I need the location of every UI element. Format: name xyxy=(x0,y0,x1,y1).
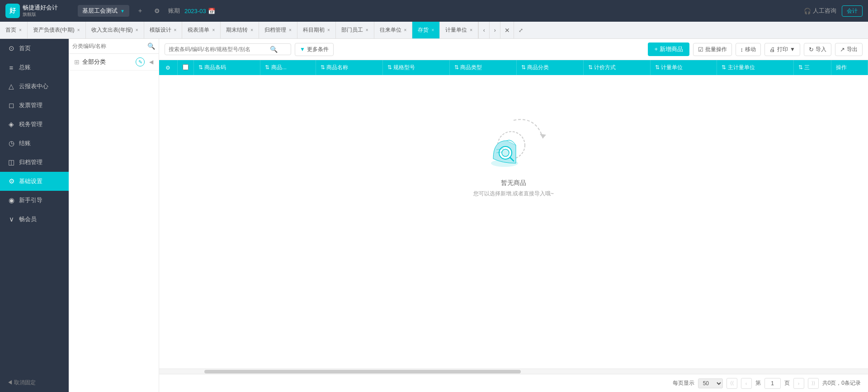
archive-icon: ◫ xyxy=(7,158,15,166)
tab-archive-close[interactable]: × xyxy=(289,28,292,33)
tab-period-close[interactable]: × xyxy=(250,28,253,33)
settings-icon[interactable]: ⚙ xyxy=(151,5,164,17)
sidebar-item-archive[interactable]: ◫ 归档管理 xyxy=(0,153,69,172)
total-records-label: 共0页，0条记录 xyxy=(822,379,861,387)
tab-prev-button[interactable]: ‹ xyxy=(478,22,489,39)
horizontal-scrollbar[interactable] xyxy=(159,368,868,374)
import-label: 导入 xyxy=(816,46,826,53)
tab-tax-close[interactable]: × xyxy=(212,28,215,33)
th-extra-label: ⇅ 三 xyxy=(798,64,810,71)
add-tab-button[interactable]: ＋ xyxy=(134,5,146,17)
sidebar-item-cloud-report[interactable]: △ 云报表中心 xyxy=(0,77,69,96)
tab-next-button[interactable]: › xyxy=(489,22,500,39)
sidebar-item-basic-settings[interactable]: ⚙ 基础设置 xyxy=(0,172,69,191)
tab-counterpart-close[interactable]: × xyxy=(404,28,407,33)
th-code: ⇅ 商品... xyxy=(260,60,316,75)
print-icon: 🖨 xyxy=(769,46,775,53)
tab-template-close[interactable]: × xyxy=(174,28,177,33)
tab-close-all-button[interactable]: ✕ xyxy=(500,22,514,39)
tab-inventory-close[interactable]: × xyxy=(431,28,434,33)
page-number-input[interactable] xyxy=(764,378,781,389)
filter-icon: ▼ xyxy=(300,46,305,52)
th-unit-label: ⇅ 计量单位 xyxy=(655,64,683,71)
sidebar-item-member-label: 畅会员 xyxy=(19,215,37,223)
tab-home[interactable]: 首页 × xyxy=(0,22,28,39)
company-selector[interactable]: 基层工会测试 ▼ xyxy=(78,5,129,17)
category-search-area: 🔍 xyxy=(69,39,159,54)
tab-template[interactable]: 模版设计 × xyxy=(144,22,183,39)
collapse-panel-icon[interactable]: ◀ xyxy=(149,59,153,65)
th-category: ⇅ 商品分类 xyxy=(516,60,583,75)
user-badge[interactable]: 会计 xyxy=(842,5,863,17)
select-all-checkbox[interactable] xyxy=(183,64,189,70)
period-selector[interactable]: 2023-03 📅 xyxy=(184,8,215,14)
sidebar-item-tax[interactable]: ◈ 税务管理 xyxy=(0,115,69,134)
sidebar-item-invoice[interactable]: ◻ 发票管理 xyxy=(0,96,69,115)
sidebar-item-home[interactable]: ⊙ 首页 xyxy=(0,39,69,58)
scroll-thumb[interactable] xyxy=(204,370,521,373)
sidebar-item-tax-label: 税务管理 xyxy=(19,120,42,128)
sidebar-item-guide[interactable]: ◉ 新手引导 xyxy=(0,191,69,210)
tab-archive-label: 归档管理 xyxy=(264,26,286,34)
th-checkbox[interactable] xyxy=(177,60,193,75)
tab-subject-close[interactable]: × xyxy=(327,28,330,33)
tab-dept-close[interactable]: × xyxy=(366,28,368,33)
tab-inventory[interactable]: 存货 × xyxy=(412,22,440,39)
tax-icon: ◈ xyxy=(7,120,15,128)
last-page-button[interactable]: ⟩⟩ xyxy=(808,378,819,389)
tab-income-close[interactable]: × xyxy=(136,28,138,33)
tab-tax-list-label: 税表清单 xyxy=(188,26,209,34)
all-categories-label: 全部分类 xyxy=(82,58,106,66)
tab-balance-close[interactable]: × xyxy=(77,28,80,33)
column-settings-icon[interactable]: ⚙ xyxy=(165,65,170,71)
tab-expand-button[interactable]: ⤢ xyxy=(514,22,527,39)
sidebar-item-closing[interactable]: ◷ 结账 xyxy=(0,134,69,153)
tab-home-close[interactable]: × xyxy=(19,28,22,33)
product-search-icon[interactable]: 🔍 xyxy=(270,46,278,53)
app-subtitle: 旗舰版 xyxy=(23,11,58,18)
th-name-label: ⇅ 商品名称 xyxy=(321,64,348,71)
prev-page-button[interactable]: ‹ xyxy=(741,378,752,389)
category-search-input[interactable] xyxy=(72,43,146,49)
svg-point-4 xyxy=(502,149,509,156)
product-search-bar: 🔍 xyxy=(165,43,291,55)
import-button[interactable]: ↻ 导入 xyxy=(804,43,831,56)
category-search-icon[interactable]: 🔍 xyxy=(147,43,155,50)
print-label: 打印 xyxy=(777,46,788,53)
all-categories-item[interactable]: ⊞ 全部分类 ✎ ◀ xyxy=(69,54,159,71)
batch-operation-button[interactable]: ☑ 批量操作 xyxy=(693,43,732,56)
tab-tax-list[interactable]: 税表清单 × xyxy=(182,22,221,39)
tab-balance-sheet[interactable]: 资产负债表(中期) × xyxy=(28,22,86,39)
tab-subject-init[interactable]: 科目期初 × xyxy=(297,22,336,39)
tab-unit[interactable]: 计量单位 × xyxy=(440,22,478,39)
print-button[interactable]: 🖨 打印 ▼ xyxy=(764,43,800,56)
add-product-button[interactable]: + 新增商品 xyxy=(648,43,689,56)
move-button[interactable]: ↕ 移动 xyxy=(736,43,761,56)
th-settings[interactable]: ⚙ xyxy=(159,60,177,75)
empty-illustration xyxy=(477,111,550,175)
cancel-fixed-button[interactable]: ◀ 取消固定 xyxy=(0,373,69,392)
empty-title: 暂无商品 xyxy=(501,179,526,187)
per-page-select[interactable]: 50 100 200 xyxy=(698,378,723,388)
tab-dept-employee[interactable]: 部门员工 × xyxy=(336,22,374,39)
tab-template-label: 模版设计 xyxy=(150,26,171,34)
tab-period-end[interactable]: 期末结转 × xyxy=(221,22,259,39)
sidebar-item-ledger[interactable]: ≡ 总账 xyxy=(0,58,69,77)
table-container[interactable]: ⚙ ⇅ 商品条码 xyxy=(159,60,868,368)
product-search-input[interactable] xyxy=(169,46,268,52)
tab-income[interactable]: 收入支出表(年报) × xyxy=(86,22,144,39)
tab-unit-label: 计量单位 xyxy=(445,26,467,34)
th-code-label: ⇅ 商品... xyxy=(265,64,286,71)
tab-counterpart[interactable]: 往来单位 × xyxy=(374,22,413,39)
first-page-button[interactable]: ⟨⟨ xyxy=(726,378,737,389)
export-button[interactable]: ↗ 导出 xyxy=(835,43,863,56)
edit-category-button[interactable]: ✎ xyxy=(136,57,145,66)
next-page-button[interactable]: › xyxy=(793,378,804,389)
headset-icon: 🎧 xyxy=(804,8,811,14)
more-filter-button[interactable]: ▼ 更多条件 xyxy=(295,43,334,56)
tab-archive[interactable]: 归档管理 × xyxy=(259,22,297,39)
inner-layout: 🔍 ⊞ 全部分类 ✎ ◀ 🔍 ▼ xyxy=(69,39,868,392)
sidebar-item-member[interactable]: ∨ 畅会员 xyxy=(0,210,69,229)
customer-service-button[interactable]: 🎧 人工咨询 xyxy=(804,7,836,15)
tab-unit-close[interactable]: × xyxy=(470,28,472,33)
